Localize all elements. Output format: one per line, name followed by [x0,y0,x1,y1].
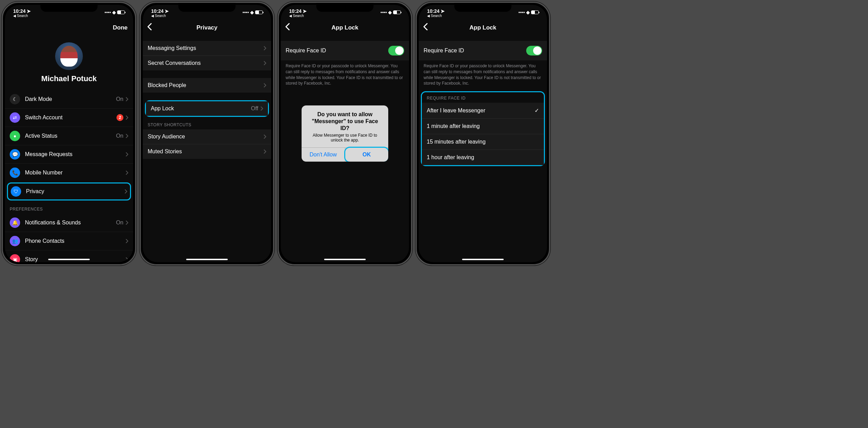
home-indicator[interactable] [48,259,90,260]
chevron-right-icon [125,134,128,138]
location-icon: ➤ [165,8,169,14]
alert-ok-button-highlighted[interactable]: OK [344,147,389,162]
chevron-right-icon [125,257,128,262]
chevron-right-icon [263,135,266,139]
shield-icon: 🛡 [11,186,21,197]
chevron-right-icon [263,46,266,50]
wifi-icon: ◆ [112,10,116,15]
row-privacy-highlighted[interactable]: 🛡 Privacy [7,182,131,200]
story-icon: ▣ [10,254,20,262]
profile-avatar[interactable] [55,42,83,70]
nav-header: Privacy [143,20,271,35]
row-muted-stories[interactable]: Muted Stories [143,144,271,159]
row-message-requests[interactable]: 💬 Message Requests [5,145,133,164]
chevron-right-icon [125,221,128,225]
status-time: 10:24 [13,8,26,14]
row-story-audience[interactable]: Story Audience [143,129,271,144]
notch [316,3,374,12]
status-time: 10:24 [427,8,440,14]
row-blocked-people[interactable]: Blocked People [143,78,271,93]
bell-icon: 🔔 [10,217,20,228]
home-indicator[interactable] [324,259,366,260]
story-shortcuts-header: STORY SHORTCUTS [143,117,271,129]
chevron-right-icon [125,239,128,243]
wifi-icon: ◆ [250,10,254,15]
row-app-lock[interactable]: App Lock Off [146,101,268,116]
battery-icon [255,10,263,14]
alert-dont-allow-button[interactable]: Don't Allow [302,148,345,162]
nav-header: App Lock [419,20,547,35]
phone-3-applock-alert: 10:24➤ ◀ Search ▪▪▪▪ ◆ App Lock Require … [278,2,412,265]
checkmark-icon: ✓ [535,107,539,114]
chevron-right-icon [124,189,127,194]
switch-account-icon: ⇄ [10,112,20,123]
chevron-right-icon [263,83,266,87]
notch [179,3,236,12]
app-lock-highlight: App Lock Off [145,100,269,117]
row-phone-contacts[interactable]: 👥 Phone Contacts [5,232,133,250]
chevron-right-icon [125,97,128,101]
phone-2-privacy: 10:24➤ ◀ Search ▪▪▪▪ ◆ Privacy Messaging… [140,2,274,265]
home-indicator[interactable] [462,259,504,260]
require-faceid-row: Require Face ID [419,41,547,60]
alert-backdrop: Do you want to allow "Messenger" to use … [281,5,409,262]
chevron-right-icon [260,106,263,111]
row-mobile-number[interactable]: 📞 Mobile Number [5,164,133,182]
option-after-leave[interactable]: After I leave Messenger ✓ [422,103,544,119]
nav-header: Done [5,20,133,35]
preferences-header: PREFERENCES [5,201,133,214]
row-story[interactable]: ▣ Story [5,250,133,262]
status-time: 10:24 [151,8,164,14]
message-requests-icon: 💬 [10,149,20,160]
timing-options-highlight: REQUIRE FACE ID After I leave Messenger … [421,91,545,166]
badge-count: 2 [116,114,123,121]
back-button[interactable] [423,23,428,33]
row-secret-conversations[interactable]: Secret Conversations [143,56,271,70]
option-1hour[interactable]: 1 hour after leaving [422,150,544,165]
cellular-icon: ▪▪▪▪ [105,10,111,15]
option-label: 15 minutes after leaving [427,139,486,145]
phone-1-settings: 10:24➤ ◀ Search ▪▪▪▪ ◆ Done Michael Potu… [2,2,136,265]
back-to-search[interactable]: ◀ Search [13,14,31,18]
phone-4-applock-options: 10:24➤ ◀ Search ▪▪▪▪ ◆ App Lock Require … [416,2,550,265]
row-dark-mode[interactable]: ☾ Dark Mode On [5,90,133,109]
require-faceid-section-header: REQUIRE FACE ID [422,92,544,103]
wifi-icon: ◆ [526,10,530,15]
page-title: App Lock [469,24,496,31]
faceid-permission-alert: Do you want to allow "Messenger" to use … [302,105,388,162]
contacts-icon: 👥 [10,236,20,246]
row-active-status[interactable]: ● Active Status On [5,127,133,145]
row-notifications[interactable]: 🔔 Notifications & Sounds On [5,214,133,232]
require-faceid-label: Require Face ID [424,48,526,54]
chevron-right-icon [125,171,128,175]
page-title: Privacy [197,24,218,31]
option-label: After I leave Messenger [427,108,485,114]
chevron-right-icon [125,115,128,120]
notch [454,3,512,12]
chevron-right-icon [263,61,266,65]
require-faceid-toggle[interactable] [526,46,542,55]
option-label: 1 minute after leaving [427,123,480,129]
done-button[interactable]: Done [113,24,128,31]
notch [41,3,98,12]
cellular-icon: ▪▪▪▪ [519,10,525,15]
cellular-icon: ▪▪▪▪ [243,10,249,15]
moon-icon: ☾ [10,94,20,104]
row-switch-account[interactable]: ⇄ Switch Account 2 [5,109,133,127]
back-to-search[interactable]: ◀ Search [427,14,445,18]
option-label: 1 hour after leaving [427,154,474,161]
profile-name: Michael Potuck [5,74,133,83]
faceid-description: Require Face ID or your passcode to unlo… [419,60,547,89]
alert-message: Allow Messenger to use Face ID to unlock… [302,132,388,147]
option-15min[interactable]: 15 minutes after leaving [422,134,544,150]
back-to-search[interactable]: ◀ Search [151,14,169,18]
battery-icon [117,10,125,14]
option-1min[interactable]: 1 minute after leaving [422,119,544,134]
row-messaging-settings[interactable]: Messaging Settings [143,41,271,56]
chevron-right-icon [125,152,128,156]
alert-title: Do you want to allow "Messenger" to use … [302,105,388,132]
battery-icon [531,10,539,14]
phone-icon: 📞 [10,168,20,178]
home-indicator[interactable] [186,259,228,260]
back-button[interactable] [147,23,152,33]
